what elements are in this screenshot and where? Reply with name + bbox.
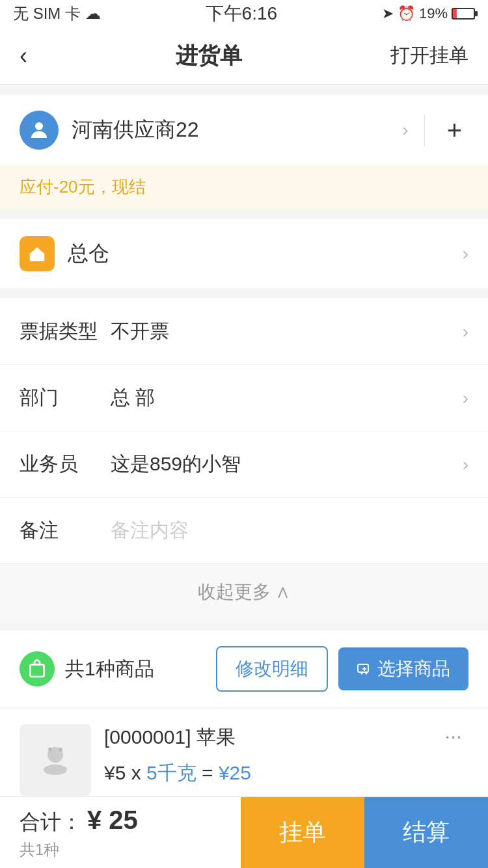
network-status: 无 SIM 卡 ☁ [13, 3, 101, 24]
salesperson-label: 业务员 [20, 451, 98, 478]
svg-point-4 [366, 673, 368, 675]
payment-notice: 应付-20元，现结 [0, 165, 488, 209]
status-time: 下午6:16 [206, 1, 278, 26]
warehouse-name: 总仓 [68, 239, 463, 268]
product-more-button[interactable]: ··· [438, 724, 468, 748]
nav-bar: ‹ 进货单 打开挂单 [0, 27, 488, 85]
department-value: 总 部 [98, 385, 463, 411]
form-section: 票据类型 不开票 › 部门 总 部 › 业务员 这是859的小智 › 备注 备注… [0, 299, 488, 563]
status-left: 无 SIM 卡 ☁ [13, 3, 101, 24]
supplier-avatar [20, 111, 59, 150]
footer-total: 合计： ¥ 25 共1种 [0, 806, 241, 860]
house-icon [27, 244, 47, 264]
department-label: 部门 [20, 385, 98, 411]
invoice-type-value: 不开票 [98, 318, 463, 345]
supplier-section: 河南供应商22 › + 应付-20元，现结 [0, 95, 488, 209]
pay-button[interactable]: 结算 [364, 797, 488, 869]
battery-icon [452, 8, 475, 20]
chevron-right-icon: › [402, 120, 408, 141]
edit-detail-button[interactable]: 修改明细 [216, 646, 328, 692]
svg-point-8 [59, 748, 62, 752]
svg-point-3 [361, 673, 363, 675]
total-sub: 共1种 [20, 839, 221, 860]
footer: 合计： ¥ 25 共1种 挂单 结算 [0, 796, 488, 868]
svg-point-7 [48, 748, 52, 752]
battery-level: 19% [419, 5, 448, 22]
products-count: 共1种商品 [65, 656, 206, 683]
svg-rect-2 [358, 664, 368, 672]
chevron-right-icon: › [463, 388, 468, 409]
total-amount: ¥ 25 [87, 806, 138, 835]
select-product-button[interactable]: 选择商品 [338, 647, 468, 690]
total-label: 合计： [20, 808, 82, 837]
qty-value: 5千克 [146, 762, 197, 783]
invoice-type-label: 票据类型 [20, 318, 98, 345]
warehouse-icon [20, 236, 55, 271]
salesperson-value: 这是859的小智 [98, 451, 463, 478]
total-amount-row: 合计： ¥ 25 [20, 806, 221, 837]
chevron-right-icon: › [463, 243, 468, 264]
status-bar: 无 SIM 卡 ☁ 下午6:16 ➤ ⏰ 19% [0, 0, 488, 27]
product-thumbnail [20, 724, 91, 796]
equal-sign: = [197, 762, 219, 783]
note-input[interactable]: 备注内容 [98, 517, 468, 544]
invoice-type-row[interactable]: 票据类型 不开票 › [0, 299, 488, 365]
note-row[interactable]: 备注 备注内容 [0, 498, 488, 563]
warehouse-section[interactable]: 总仓 › [0, 219, 488, 288]
person-icon [27, 118, 51, 142]
collapse-toggle[interactable]: 收起更多 ∧ [0, 563, 488, 620]
salesperson-row[interactable]: 业务员 这是859的小智 › [0, 431, 488, 498]
back-button[interactable]: ‹ [20, 42, 27, 70]
shopping-bag-icon [27, 658, 47, 679]
chevron-right-icon: › [463, 454, 468, 475]
product-placeholder-icon [36, 740, 75, 780]
supplier-name: 河南供应商22 [72, 116, 402, 144]
divider [424, 114, 425, 146]
cart-icon [357, 661, 372, 677]
warehouse-row[interactable]: 总仓 › [0, 219, 488, 288]
note-label: 备注 [20, 517, 98, 544]
svg-rect-1 [30, 664, 44, 677]
page-title: 进货单 [176, 41, 242, 71]
hold-button[interactable]: 挂单 [241, 797, 364, 869]
products-header: 共1种商品 修改明细 选择商品 [0, 631, 488, 707]
open-hold-button[interactable]: 打开挂单 [390, 42, 468, 69]
total-value: ¥25 [219, 762, 251, 783]
add-supplier-button[interactable]: + [441, 116, 468, 145]
price-label: ¥5 x [104, 762, 146, 783]
chevron-right-icon: › [463, 321, 468, 342]
select-product-label: 选择商品 [377, 657, 450, 681]
svg-point-0 [35, 122, 43, 130]
products-icon [20, 651, 55, 686]
supplier-row[interactable]: 河南供应商22 › + [0, 95, 488, 165]
alarm-icon: ⏰ [398, 5, 415, 22]
svg-point-6 [44, 765, 67, 775]
product-name: [0000001] 苹果 [104, 724, 438, 751]
product-info: [0000001] 苹果 ¥5 x 5千克 = ¥25 [104, 724, 438, 787]
department-row[interactable]: 部门 总 部 › [0, 365, 488, 431]
status-right: ➤ ⏰ 19% [382, 5, 475, 22]
location-icon: ➤ [382, 5, 394, 22]
product-price: ¥5 x 5千克 = ¥25 [104, 760, 438, 787]
